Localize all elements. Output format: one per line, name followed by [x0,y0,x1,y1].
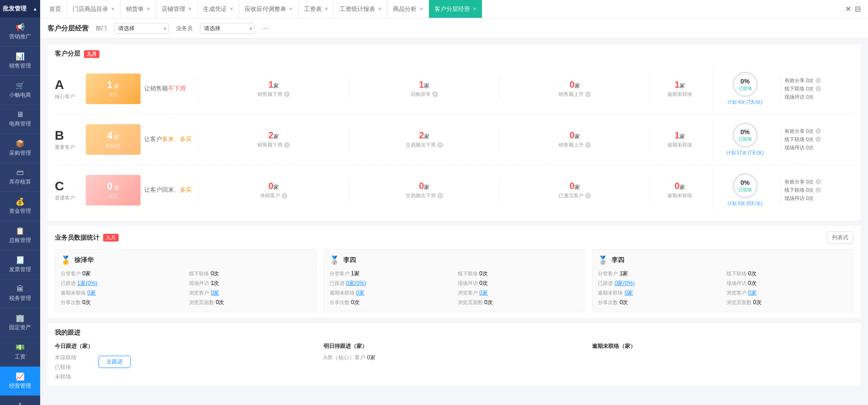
salary-icon: 💵 [0,343,40,352]
close-icon[interactable]: ✕ [289,6,293,11]
main-area: 首页 门店商品目录 ✕ 销货单 ✕ 店铺管理 ✕ 生成凭证 ✕ 应收应付调整单 … [40,0,868,405]
circle-progress-b: 0% 已联络 [732,122,758,148]
biz-card-0: 🥇 徐泽华 分管客户 0家 线下联络 0次 已跟进 1家(0%) 现场拜访 1次… [55,249,316,312]
biz-name-0: 徐泽华 [74,256,94,264]
sidebar-item-ecommerce-small[interactable]: 🛒 小畅电商 [0,76,40,105]
tab-store-products[interactable]: 门店商品目录 ✕ [67,0,120,18]
sidebar-item-tax[interactable]: 🏛 税务管理 [0,279,40,308]
tab-payroll-report[interactable]: 工资统计报表 ✕ [334,0,387,18]
tier-c-stats: 0家 休眠客户 ? 0家 交易频次下滑 ? 0家 已激活客户 ? 0家 逾期未联… [198,177,709,203]
tab-bar-actions: ✕ ⊟ [842,5,864,13]
sidebar-item-ecommerce[interactable]: 🖥 电商管理 [0,105,40,134]
stat-activated-c[interactable]: 0家 已激活客户 ? [499,177,650,203]
info-icon[interactable]: ? [585,193,591,199]
tab-store-manage[interactable]: 店铺管理 ✕ [156,0,198,18]
stat-freq-decline-b[interactable]: 2家 交易频次下滑 ? [349,126,499,152]
window-icon[interactable]: ⊟ [855,5,861,13]
tier-a-label: A 核心客户 [55,78,82,100]
stat-dormant-c[interactable]: 0家 休眠客户 ? [198,177,349,203]
tier-c-count-block[interactable]: 0 家 0万 [86,175,141,205]
tier-c-label: C 普通客户 [55,179,82,201]
info-icon[interactable]: ? [816,78,821,83]
department-select-wrapper: 请选择 [114,23,169,34]
info-icon[interactable]: ? [816,137,821,142]
close-icon[interactable]: ✕ [188,6,192,11]
tab-voucher[interactable]: 生成凭证 ✕ [198,0,239,18]
tab-bar: 首页 门店商品目录 ✕ 销货单 ✕ 店铺管理 ✕ 生成凭证 ✕ 应收应付调整单 … [40,0,868,18]
stat-repurchase-a[interactable]: 1家 回购异常 ? [349,76,499,101]
close-icon[interactable]: ✕ [230,6,233,11]
info-icon[interactable]: ? [437,142,443,148]
tier-b-stats: 2家 销售额下滑 ? 2家 交易频次下滑 ? 0家 销售额上升 ? 1家 逾期未… [198,126,709,152]
tab-home[interactable]: 首页 [44,0,67,18]
tier-a-count-block[interactable]: 1 家 0万 [86,74,141,104]
basic-icon: ℹ [0,401,40,405]
sidebar-item-sales[interactable]: 📊 销售管理 [0,47,40,76]
tab-ar-ap[interactable]: 应收应付调整单 ✕ [239,0,298,18]
sidebar-item-marketing[interactable]: 📢 营销推广 [0,17,40,47]
sidebar-item-basic[interactable]: ℹ 基础信息 [0,396,40,405]
info-icon[interactable]: ? [816,179,821,184]
stat-sales-rise-a[interactable]: 0家 销售额上升 ? [499,76,650,101]
info-icon[interactable]: ? [816,187,821,193]
close-icon[interactable]: ✕ [146,6,150,11]
info-icon[interactable]: ? [585,142,591,148]
stat-sales-decline-a[interactable]: 1家 销售额下滑 ? [198,76,349,101]
department-select[interactable]: 请选择 [114,23,169,34]
ecommerce-small-icon: 🛒 [0,81,40,90]
extra-stats-a: 有效分享 0次 ? 线下联络 0次 ? 现场拜访 0次 [780,75,853,102]
biz-stats-header: 业务员数据统计 九月 列表式 [55,231,853,244]
tier-b-count-block[interactable]: 4 家 0.53万 [86,124,141,155]
biz-card-2: 🥈 李四 分管客户 1家 线下联络 0次 已跟进 0家(0%) 现场拜访 0次 … [592,249,853,312]
salesperson-select[interactable]: 请选择 [200,23,255,34]
sidebar-item-invoice[interactable]: 🧾 发票管理 [0,250,40,279]
stat-freq-decline-c[interactable]: 0家 交易频次下滑 ? [349,177,499,203]
tier-a-stats: 1家 销售额下滑 ? 1家 回购异常 ? 0家 销售额上升 ? 1家 逾期未联络 [198,76,709,101]
extra-stats-c: 有效分享 0次 ? 线下联络 0次 ? 现场拜访 0次 [780,177,853,204]
overdue-contact-b[interactable]: 1家 逾期未联络 [650,126,709,152]
sidebar-item-operations[interactable]: 📈 经营管理 [0,367,40,396]
overdue-contact-a[interactable]: 1家 逾期未联络 [650,76,709,101]
sidebar-item-assets[interactable]: 🏢 固定资产 [0,308,40,337]
sidebar-header[interactable]: 批发管理 ▲ [0,0,40,17]
circle-progress-c: 0% 已联络 [732,173,758,199]
info-icon[interactable]: ? [284,91,290,97]
more-filters-icon[interactable]: ··· [262,24,268,32]
info-icon[interactable]: ? [437,193,443,199]
close-icon[interactable]: ✕ [324,6,328,11]
info-icon[interactable]: ? [282,193,288,199]
tab-customer-tier[interactable]: 客户分层经营 ✕ [429,0,482,18]
tab-product-analysis[interactable]: 商品分析 ✕ [387,0,429,18]
sales-icon: 📊 [0,52,40,61]
close-icon[interactable]: ✕ [419,6,423,11]
sidebar-item-ledger[interactable]: 📋 总账管理 [0,221,40,250]
sidebar-title: 批发管理 [3,5,26,13]
info-icon[interactable]: ? [585,91,591,97]
stat-sales-rise-b[interactable]: 0家 销售额上升 ? [499,126,650,152]
tier-b-label: B 重要客户 [55,128,82,151]
info-icon[interactable]: ? [816,128,821,134]
sidebar-item-purchase[interactable]: 📦 采购管理 [0,134,40,163]
tab-payroll[interactable]: 工资表 ✕ [298,0,334,18]
extra-stats-b: 有效分享 0次 ? 线下联络 0次 ? 现场拜访 0次 [780,126,853,153]
biz-name-1: 李四 [343,256,356,264]
close-icon[interactable]: ✕ [378,6,382,11]
medal-bronze-icon: 🥈 [598,255,608,265]
tab-sales-order[interactable]: 销货单 ✕ [120,0,156,18]
followup-button[interactable]: 去跟进 [99,356,131,368]
info-icon[interactable]: ? [284,142,290,148]
info-icon[interactable]: ? [432,91,438,97]
tax-icon: 🏛 [0,285,40,293]
info-icon[interactable]: ? [816,86,821,91]
overdue-contact-c[interactable]: 0家 逾期未联络 [650,177,709,203]
sidebar-item-salary[interactable]: 💵 工资 [0,337,40,367]
close-all-icon[interactable]: ✕ [845,5,851,13]
close-icon[interactable]: ✕ [111,6,115,11]
stat-sales-decline-b[interactable]: 2家 销售额下滑 ? [198,126,349,152]
list-view-button[interactable]: 列表式 [827,231,853,244]
sidebar-item-finance[interactable]: 💰 资金管理 [0,192,40,221]
sidebar-item-inventory[interactable]: 🗃 库存核算 [0,163,40,192]
medal-gold-icon: 🥇 [61,255,71,265]
customer-tier-section: 客户分层 九月 A 核心客户 1 家 0万 让销售额不下滑 [47,44,861,221]
close-icon[interactable]: ✕ [473,6,476,11]
